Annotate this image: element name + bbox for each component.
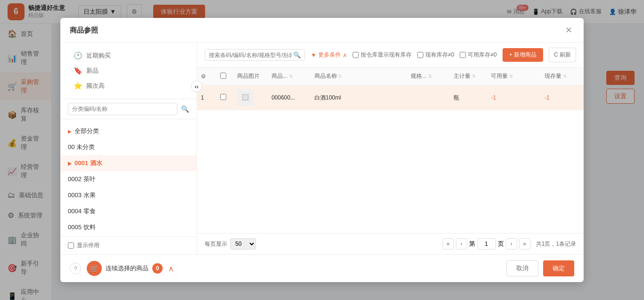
checkbox-stock-label[interactable]: 现有库存≠0 xyxy=(417,51,454,59)
cart-area: 🛒 连续选择的商品 0 ∧ xyxy=(87,261,174,276)
cart-label: 连续选择的商品 xyxy=(106,264,149,273)
new-label: 新品 xyxy=(86,67,99,75)
per-page-selector: 每页显示 50 20 100 xyxy=(205,238,256,250)
row-checkbox[interactable] xyxy=(220,94,226,100)
category-search-row: 🔍 xyxy=(60,99,197,119)
col-checkbox xyxy=(216,67,233,85)
show-disabled-row: 显示停用 xyxy=(60,236,197,254)
recent-label: 近期购买 xyxy=(86,51,111,60)
checkbox-available-text: 可用库存≠0 xyxy=(468,51,496,59)
help-button[interactable]: ? xyxy=(70,263,81,274)
page-prev-button[interactable]: ‹ xyxy=(456,238,467,250)
all-arrow-icon: ▶ xyxy=(68,129,72,134)
col-stock[interactable]: 现存量 xyxy=(541,67,584,85)
category-label-00: 00 未分类 xyxy=(68,143,95,151)
category-item-0005[interactable]: 0005 饮料 xyxy=(60,219,197,235)
checkbox-available[interactable] xyxy=(460,52,466,58)
product-search-input[interactable] xyxy=(209,52,291,58)
left-panel: 🕐 近期购买 🔖 新品 ⭐ 频次高 xyxy=(60,43,197,254)
per-page-label: 每页显示 xyxy=(205,240,227,248)
modal-close-button[interactable]: ✕ xyxy=(563,25,574,36)
new-product-tab[interactable]: 🔖 新品 xyxy=(68,64,189,78)
frequent-icon: ⭐ xyxy=(74,82,83,90)
row-checkbox-cell xyxy=(216,85,233,110)
col-code[interactable]: 商品... xyxy=(268,67,311,85)
cart-count: 0 xyxy=(152,263,163,274)
col-image: 商品图片 xyxy=(233,67,268,85)
category-item-0004[interactable]: 0004 零食 xyxy=(60,203,197,219)
category-item-0003[interactable]: 0003 水果 xyxy=(60,187,197,203)
product-table-area: ⚙ 商品图片 商品... 商品名称 规格... 主计量 可用量 现存量 xyxy=(197,67,584,233)
frequent-label: 频次高 xyxy=(86,82,105,90)
chevron-left-icon: ‹‹ xyxy=(195,83,199,90)
filter-label: 更多条件 xyxy=(318,51,341,59)
per-page-select[interactable]: 50 20 100 xyxy=(230,238,256,250)
footer-buttons: 取消 确定 xyxy=(506,260,574,276)
checkbox-stock[interactable] xyxy=(417,52,423,58)
chevron-up-icon: ∧ xyxy=(343,52,347,58)
table-header-row: ⚙ 商品图片 商品... 商品名称 规格... 主计量 可用量 现存量 xyxy=(197,67,584,85)
checkbox-warehouse-label[interactable]: 按仓库显示现有库存 xyxy=(353,51,412,59)
cart-collapse-button[interactable]: ∧ xyxy=(168,264,174,273)
recent-icon: 🕐 xyxy=(74,51,83,60)
col-available[interactable]: 可用量 xyxy=(487,67,541,85)
category-item-00[interactable]: 00 未分类 xyxy=(60,139,197,155)
cat-0001-arrow-icon: ▶ xyxy=(68,161,72,166)
page-suffix: 页 xyxy=(498,240,504,248)
category-item-all[interactable]: ▶ 全部分类 xyxy=(60,123,197,139)
checkbox-available-label[interactable]: 可用库存≠0 xyxy=(460,51,496,59)
category-label-all: 全部分类 xyxy=(74,127,99,135)
modal-title: 商品参照 xyxy=(70,26,98,35)
show-disabled-label: 显示停用 xyxy=(77,242,99,250)
show-disabled-checkbox[interactable] xyxy=(68,242,74,249)
cancel-button[interactable]: 取消 xyxy=(506,260,538,276)
col-unit[interactable]: 主计量 xyxy=(450,67,487,85)
page-first-button[interactable]: « xyxy=(443,238,454,250)
checkbox-group: 按仓库显示现有库存 现有库存≠0 可用库存≠0 xyxy=(353,51,497,59)
quick-tabs-area: 🕐 近期购买 🔖 新品 ⭐ 频次高 xyxy=(60,43,197,99)
frequent-tab[interactable]: ⭐ 频次高 xyxy=(68,79,189,93)
new-product-button[interactable]: + 新增商品 xyxy=(503,48,543,62)
category-label-0001: 0001 酒水 xyxy=(74,159,102,167)
more-filters-button[interactable]: ▼ 更多条件 ∧ xyxy=(311,51,347,59)
category-label-0005: 0005 饮料 xyxy=(68,223,96,232)
category-item-0002[interactable]: 0002 茶叶 xyxy=(60,171,197,187)
category-search-input[interactable] xyxy=(68,103,177,115)
filter-icon: ▼ xyxy=(311,52,316,58)
row-stock: -1 xyxy=(541,85,584,110)
toolbar: 🔍 ▼ 更多条件 ∧ 按仓库显示现有库存 现 xyxy=(197,43,584,67)
page-navigation: « ‹ 第 页 › » 共1页，1条记录 xyxy=(443,238,576,250)
quick-tabs: 🕐 近期购买 🔖 新品 ⭐ 频次高 xyxy=(68,49,189,93)
row-image: 🖼 xyxy=(233,85,268,110)
panel-collapse-button[interactable]: ‹‹ xyxy=(191,81,202,92)
cart-icon: 🛒 xyxy=(87,261,102,276)
checkbox-warehouse[interactable] xyxy=(353,52,359,58)
row-unit: 瓶 xyxy=(450,85,487,110)
total-info: 共1页，1条记录 xyxy=(536,240,576,248)
category-item-0001[interactable]: ▶ 0001 酒水 xyxy=(60,155,197,171)
page-next-button[interactable]: › xyxy=(506,238,517,250)
row-available: -1 xyxy=(487,85,541,110)
category-list: ▶ 全部分类 00 未分类 ▶ 0001 酒水 0002 茶叶 0003 水果 xyxy=(60,119,197,236)
pagination-bar: 每页显示 50 20 100 « ‹ 第 页 › xyxy=(197,233,584,254)
page-last-button[interactable]: » xyxy=(519,238,530,250)
row-name: 白酒100ml xyxy=(311,85,407,110)
select-all-checkbox[interactable] xyxy=(220,73,226,79)
col-spec[interactable]: 规格... xyxy=(407,67,450,85)
table-row[interactable]: 1 🖼 000600... 白酒100ml 瓶 -1 -1 xyxy=(197,85,584,110)
product-reference-modal: 商品参照 ✕ 🕐 近期购买 🔖 新品 xyxy=(60,18,584,282)
page-number-input[interactable] xyxy=(477,238,496,250)
product-search-bar: 🔍 xyxy=(205,49,305,61)
category-search-icon[interactable]: 🔍 xyxy=(181,105,189,113)
refresh-button[interactable]: C 刷新 xyxy=(549,48,576,62)
row-code: 000600... xyxy=(268,85,311,110)
modal-overlay: 商品参照 ✕ 🕐 近期购买 🔖 新品 xyxy=(0,0,644,300)
recent-tab[interactable]: 🕐 近期购买 xyxy=(68,49,189,63)
confirm-button[interactable]: 确定 xyxy=(543,260,574,276)
col-name[interactable]: 商品名称 xyxy=(311,67,407,85)
checkbox-warehouse-text: 按仓库显示现有库存 xyxy=(361,51,412,59)
page-label: 第 xyxy=(469,240,475,248)
search-magnifier-icon[interactable]: 🔍 xyxy=(293,51,301,58)
product-table: ⚙ 商品图片 商品... 商品名称 规格... 主计量 可用量 现存量 xyxy=(197,67,584,110)
right-panel: 🔍 ▼ 更多条件 ∧ 按仓库显示现有库存 现 xyxy=(197,43,584,254)
